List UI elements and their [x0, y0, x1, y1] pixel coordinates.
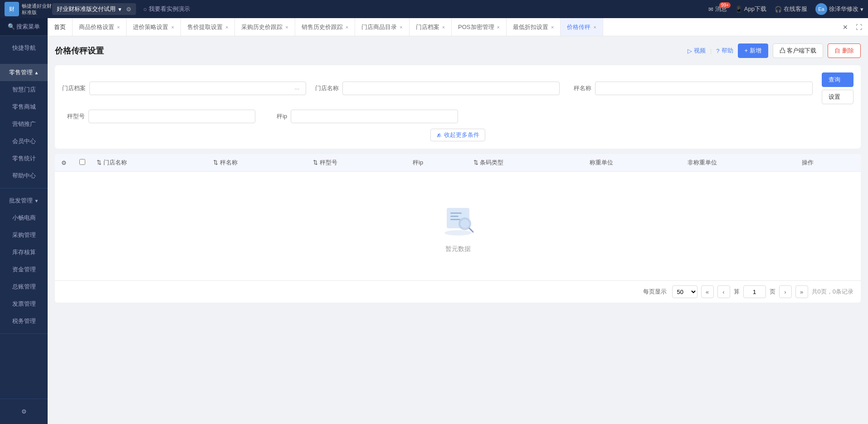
sidebar-item-retail-management[interactable]: 零售管理 ▲: [0, 64, 48, 81]
query-button[interactable]: 查询: [822, 72, 853, 87]
scale-name-input[interactable]: [595, 82, 813, 95]
page-number-input[interactable]: [743, 285, 766, 298]
store-profile-input[interactable]: [93, 82, 292, 95]
sidebar-item-ecommerce[interactable]: 小畅电商: [0, 209, 48, 226]
tab-close-purchase-strategy[interactable]: ×: [171, 24, 174, 30]
table-header-scale-ip: 秤ip: [407, 154, 468, 172]
empty-text: 暂元数据: [445, 245, 471, 253]
chevron-down-icon: ▾: [860, 6, 863, 13]
content-area: 首页 商品价格设置 × 进价策略设置 × 售价提取设置 × 采购历史价跟踪 ×: [48, 18, 868, 424]
sidebar-settings-button[interactable]: ⚙: [0, 404, 48, 419]
prev-page-button[interactable]: ‹: [717, 285, 730, 298]
scale-model-input[interactable]: [88, 110, 255, 123]
tab-store-profile[interactable]: 门店档案 ×: [410, 18, 452, 36]
sidebar-item-procurement[interactable]: 采购管理: [0, 226, 48, 244]
filter-scale-model: 秤型号: [62, 110, 255, 123]
page-content: 价格传秤设置 ▷ 视频 | ? 帮助 + 新增: [48, 36, 868, 424]
svg-rect-6: [450, 212, 462, 214]
tab-home[interactable]: 首页: [48, 18, 73, 36]
collapse-button[interactable]: ∧ ∧ 收起更多条件: [430, 129, 485, 141]
tab-close-sales-history[interactable]: ×: [346, 24, 348, 30]
first-page-icon: «: [706, 289, 709, 295]
tab-close-sale-extract[interactable]: ×: [225, 24, 228, 30]
tab-price-scale[interactable]: 价格传秤 ×: [561, 18, 603, 36]
messages-button[interactable]: ✉ 消息 99+: [708, 5, 727, 13]
tab-expand-button[interactable]: ⛶: [853, 22, 864, 33]
chevron-down-icon: ▼: [34, 198, 39, 203]
settings-icon[interactable]: ⚙: [126, 6, 132, 13]
delete-button[interactable]: 自 删除: [828, 43, 861, 58]
scale-ip-input[interactable]: [291, 110, 458, 123]
sidebar-item-tax[interactable]: 税务管理: [0, 313, 48, 330]
table-header-store-name[interactable]: ⇅ 门店名称: [91, 154, 208, 172]
filter-panel: 门店档案 ··· 门店名称 秤名称: [55, 65, 861, 149]
store-name-input[interactable]: [342, 82, 559, 95]
last-page-icon: »: [800, 289, 803, 295]
tab-price-settings[interactable]: 商品价格设置 ×: [73, 18, 127, 36]
sidebar-item-inventory[interactable]: 库存核算: [0, 244, 48, 261]
sidebar-item-retail-mall[interactable]: 零售商城: [0, 98, 48, 116]
sidebar-item-wholesale-management[interactable]: 批发管理 ▼: [0, 192, 48, 209]
tab-close-button[interactable]: ✕: [840, 22, 851, 33]
next-page-button[interactable]: ›: [779, 285, 792, 298]
table-header-scale-model[interactable]: ⇅ 秤型号: [307, 154, 407, 172]
gear-icon: ⚙: [21, 408, 27, 415]
tab-close-pos-encrypt[interactable]: ×: [497, 24, 500, 30]
table-header-scale-name[interactable]: ⇅ 秤名称: [208, 154, 307, 172]
version-selector[interactable]: 好业财标准版交付试用 ▾ ⚙: [52, 3, 136, 15]
chevron-down-icon: ▾: [118, 6, 122, 13]
total-info: 共0页，0条记录: [812, 288, 853, 296]
tab-close-purchase-history[interactable]: ×: [285, 24, 288, 30]
sidebar-item-general-ledger[interactable]: 总账管理: [0, 278, 48, 295]
online-service-button[interactable]: 🎧 在线客服: [775, 5, 807, 13]
app-download-button[interactable]: 📱 App下载: [735, 5, 766, 13]
tab-sales-history[interactable]: 销售历史价跟踪 ×: [295, 18, 355, 36]
tab-store-catalog[interactable]: 门店商品目录 ×: [355, 18, 409, 36]
sidebar-item-quick-nav[interactable]: 快捷导航: [0, 39, 48, 57]
user-menu[interactable]: Ea 徐泽华修改 ▾: [815, 3, 863, 15]
demo-link[interactable]: ○ 我要看实例演示: [143, 5, 190, 13]
page-number-label: 算: [734, 288, 740, 296]
table-header-barcode-type[interactable]: ⇅ 条码类型: [468, 154, 585, 172]
tab-close-store-catalog[interactable]: ×: [400, 24, 402, 30]
last-page-button[interactable]: »: [795, 285, 808, 298]
tab-close-store-profile[interactable]: ×: [442, 24, 445, 30]
store-profile-label: 门店档案: [62, 84, 86, 92]
sidebar-item-member-center[interactable]: 会员中心: [0, 133, 48, 150]
download-button[interactable]: 凸 客户端下载: [773, 43, 824, 58]
sidebar-item-help-center[interactable]: 帮助中心: [0, 167, 48, 184]
tab-sale-extract[interactable]: 售价提取设置 ×: [181, 18, 235, 36]
page-size-select[interactable]: 50 10 20 100: [672, 285, 697, 298]
tab-min-discount[interactable]: 最低折扣设置 ×: [507, 18, 561, 36]
sidebar-item-smart-store[interactable]: 智慧门店: [0, 81, 48, 98]
tab-purchase-strategy[interactable]: 进价策略设置 ×: [127, 18, 180, 36]
store-name-label: 门店名称: [315, 84, 339, 92]
help-link[interactable]: ? 帮助: [716, 47, 733, 55]
tab-purchase-history[interactable]: 采购历史价跟踪 ×: [235, 18, 295, 36]
tab-pos-encrypt[interactable]: POS加密管理 ×: [452, 18, 507, 36]
tab-close-price-settings[interactable]: ×: [117, 24, 120, 30]
help-icon: ?: [716, 48, 719, 54]
page-actions: ▷ 视频 | ? 帮助 + 新增 凸 客户端下载: [688, 43, 861, 58]
video-link[interactable]: ▷ 视频: [688, 47, 706, 55]
sidebar-item-finance[interactable]: 资金管理: [0, 261, 48, 278]
table-header-checkbox: [73, 154, 91, 172]
filter-scale-ip: 秤ip: [264, 110, 458, 123]
first-page-button[interactable]: «: [701, 285, 714, 298]
scale-ip-label: 秤ip: [264, 112, 287, 120]
sidebar-search[interactable]: 🔍 搜索菜单: [0, 18, 48, 36]
tab-close-price-scale[interactable]: ×: [593, 24, 596, 30]
scale-model-label: 秤型号: [62, 112, 85, 120]
top-bar-right: ✉ 消息 99+ 📱 App下载 🎧 在线客服 Ea 徐泽华修改 ▾: [708, 3, 863, 15]
tab-close-min-discount[interactable]: ×: [551, 24, 554, 30]
sidebar-item-invoice[interactable]: 发票管理: [0, 295, 48, 313]
sidebar-item-marketing[interactable]: 营销推广: [0, 116, 48, 133]
sidebar-item-retail-stats[interactable]: 零售统计: [0, 150, 48, 167]
store-profile-dots[interactable]: ···: [292, 85, 302, 92]
table-header-gear[interactable]: ⚙: [55, 154, 73, 172]
svg-rect-8: [450, 219, 460, 220]
svg-rect-7: [450, 216, 458, 217]
select-all-checkbox[interactable]: [79, 159, 85, 165]
settings-filter-button[interactable]: 设置: [822, 90, 853, 104]
add-button[interactable]: + 新增: [738, 43, 768, 58]
